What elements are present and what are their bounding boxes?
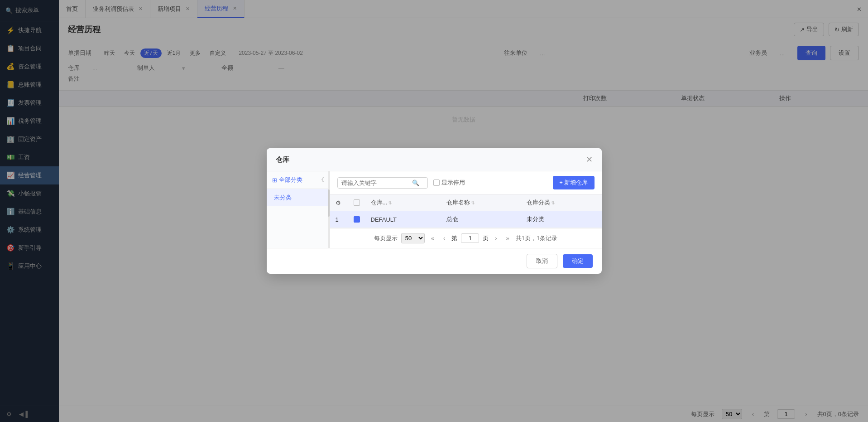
show-disabled-checkbox[interactable] bbox=[433, 179, 440, 186]
toolbar-left: 🔍 显示停用 bbox=[337, 177, 465, 189]
table-body: 1 DEFAULT 总仓 未分类 bbox=[330, 211, 602, 228]
row-name: 总仓 bbox=[441, 211, 521, 228]
col-checkbox bbox=[348, 194, 365, 211]
category-item-unclassified[interactable]: 未分类 bbox=[267, 189, 330, 206]
dialog-right-panel: 🔍 显示停用 + 新增仓库 bbox=[330, 171, 602, 248]
table-header-row: ⚙ 仓库...⇅ 仓库名称⇅ 仓库分类⇅ bbox=[330, 194, 602, 211]
dialog-body: ⊞ 全部分类 《 未分类 bbox=[267, 171, 602, 248]
grid-icon: ⊞ bbox=[272, 177, 277, 184]
per-page-label: 每页显示 bbox=[374, 234, 398, 243]
right-panel-toolbar: 🔍 显示停用 + 新增仓库 bbox=[330, 171, 602, 194]
dialog-footer: 取消 确定 bbox=[267, 248, 602, 274]
show-disabled-label: 显示停用 bbox=[441, 179, 465, 187]
left-panel-scrollbar bbox=[328, 171, 330, 248]
warehouse-dialog: 仓库 ✕ ⊞ 全部分类 《 未分类 bbox=[267, 148, 602, 274]
last-page-btn[interactable]: » bbox=[504, 234, 512, 243]
per-page-select[interactable]: 50 10 20 100 bbox=[401, 233, 425, 243]
left-panel-header: ⊞ 全部分类 《 bbox=[267, 171, 330, 189]
search-input[interactable] bbox=[341, 179, 409, 186]
dialog-overlay: 仓库 ✕ ⊞ 全部分类 《 未分类 bbox=[0, 0, 868, 422]
show-disabled-option[interactable]: 显示停用 bbox=[433, 179, 465, 187]
add-label: + 新增仓库 bbox=[559, 179, 588, 187]
dialog-title: 仓库 bbox=[276, 155, 289, 164]
dialog-left-panel: ⊞ 全部分类 《 未分类 bbox=[267, 171, 330, 248]
total-info: 共1页，1条记录 bbox=[516, 234, 557, 243]
collapse-button[interactable]: 《 bbox=[318, 176, 324, 184]
search-box[interactable]: 🔍 bbox=[337, 177, 428, 189]
dialog-close-button[interactable]: ✕ bbox=[586, 155, 593, 165]
row-checkbox[interactable] bbox=[354, 216, 360, 223]
search-icon: 🔍 bbox=[412, 179, 419, 186]
category-label: 未分类 bbox=[274, 194, 292, 201]
row-code: DEFAULT bbox=[365, 211, 441, 228]
page-unit: 页 bbox=[483, 234, 489, 243]
warehouse-table: ⚙ 仓库...⇅ 仓库名称⇅ 仓库分类⇅ 1 bbox=[330, 194, 602, 228]
col-gear: ⚙ bbox=[330, 194, 348, 211]
row-index: 1 bbox=[330, 211, 348, 228]
row-checkbox-cell[interactable] bbox=[348, 211, 365, 228]
next-page-btn[interactable]: › bbox=[492, 234, 499, 243]
dialog-pagination: 每页显示 50 10 20 100 « ‹ 第 页 › » 共1页，1条记录 bbox=[330, 228, 602, 248]
row-category: 未分类 bbox=[521, 211, 601, 228]
page-input[interactable] bbox=[461, 233, 479, 243]
scrollbar-thumb bbox=[328, 189, 330, 217]
cancel-button[interactable]: 取消 bbox=[527, 254, 557, 268]
table-container: ⚙ 仓库...⇅ 仓库名称⇅ 仓库分类⇅ 1 bbox=[330, 194, 602, 228]
prev-page-btn[interactable]: ‹ bbox=[441, 234, 448, 243]
confirm-button[interactable]: 确定 bbox=[563, 254, 593, 268]
col-category: 仓库分类⇅ bbox=[521, 194, 601, 211]
all-category-btn[interactable]: ⊞ 全部分类 bbox=[272, 176, 302, 184]
col-name: 仓库名称⇅ bbox=[441, 194, 521, 211]
page-label: 第 bbox=[451, 234, 457, 243]
all-category-label: 全部分类 bbox=[279, 176, 302, 184]
col-code: 仓库...⇅ bbox=[365, 194, 441, 211]
table-row[interactable]: 1 DEFAULT 总仓 未分类 bbox=[330, 211, 602, 228]
first-page-btn[interactable]: « bbox=[428, 234, 437, 243]
table-head: ⚙ 仓库...⇅ 仓库名称⇅ 仓库分类⇅ bbox=[330, 194, 602, 211]
dialog-header: 仓库 ✕ bbox=[267, 148, 602, 171]
select-all-checkbox[interactable] bbox=[354, 199, 360, 206]
add-warehouse-button[interactable]: + 新增仓库 bbox=[553, 176, 594, 189]
